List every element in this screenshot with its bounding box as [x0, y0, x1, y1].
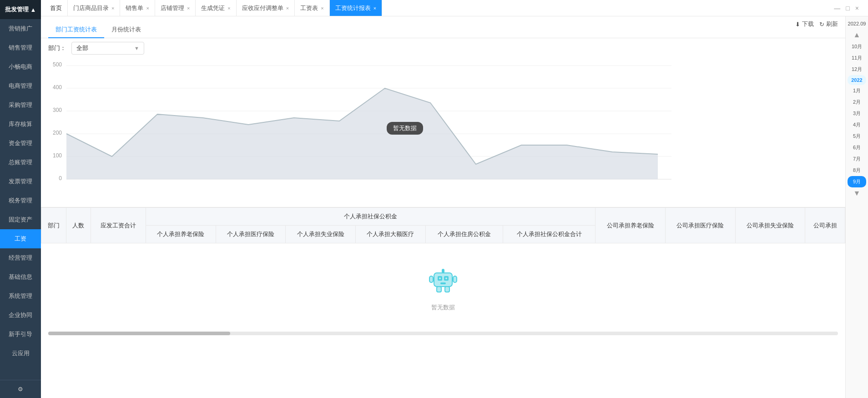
- filter-row: 部门： 全部 ▼: [41, 38, 845, 58]
- refresh-icon: ↻: [819, 21, 824, 28]
- close-button[interactable]: ×: [853, 5, 861, 12]
- sidebar-item-shuiwu[interactable]: 税务管理: [0, 191, 41, 210]
- toolbar: ⬇ 下载 ↻ 刷新: [788, 16, 845, 32]
- settings-icon: ⚙: [18, 386, 23, 393]
- empty-state: 暂无数据: [41, 243, 845, 330]
- chevron-down-icon: ▼: [134, 45, 139, 51]
- sub-tab-dept[interactable]: 部门工资统计表: [48, 22, 104, 38]
- download-icon: ⬇: [795, 21, 800, 28]
- sidebar-item-zijin[interactable]: 资金管理: [0, 134, 41, 153]
- sidebar-item-zongzhang[interactable]: 总账管理: [0, 153, 41, 172]
- svg-rect-20: [445, 287, 449, 292]
- timeline-down-button[interactable]: ▼: [852, 187, 863, 199]
- tab-mendian[interactable]: 门店商品目录 ×: [68, 0, 120, 16]
- col-personal-shiye: 个人承担失业保险: [286, 226, 356, 243]
- sidebar-item-gudingzichan[interactable]: 固定资产: [0, 210, 41, 229]
- h-scrollbar[interactable]: [48, 332, 838, 335]
- window-controls: — □ ×: [828, 5, 864, 12]
- page-content: 部门工资统计表 月份统计表 ⬇ 下载 ↻ 刷新: [41, 16, 845, 398]
- download-button[interactable]: ⬇ 下载: [795, 20, 814, 28]
- timeline-may[interactable]: 5月: [846, 131, 868, 142]
- sidebar-toggle-icon: ▲: [30, 6, 36, 13]
- empty-text: 暂无数据: [431, 303, 455, 312]
- content-area: 部门工资统计表 月份统计表 ⬇ 下载 ↻ 刷新: [41, 16, 868, 398]
- tab-dianpu[interactable]: 店铺管理 ×: [155, 0, 196, 16]
- sidebar-item-dianshang[interactable]: 电商管理: [0, 76, 41, 96]
- svg-text:300: 300: [53, 107, 62, 113]
- tab-close-mendian[interactable]: ×: [111, 5, 114, 11]
- settings-button[interactable]: ⚙: [0, 380, 41, 398]
- sidebar-item-yingxiao[interactable]: 营销推广: [0, 19, 41, 38]
- chart-area: 500 400 300 200 100 0: [41, 58, 845, 203]
- sidebar-item-caigou[interactable]: 采购管理: [0, 96, 41, 115]
- sidebar-item-xiaochang[interactable]: 小畅电商: [0, 57, 41, 76]
- sidebar-item-kucun[interactable]: 库存核算: [0, 115, 41, 134]
- timeline-nov[interactable]: 11月: [846, 52, 868, 64]
- h-scrollbar-thumb[interactable]: [48, 332, 230, 335]
- maximize-button[interactable]: □: [844, 5, 851, 12]
- sub-tab-month[interactable]: 月份统计表: [104, 22, 148, 38]
- timeline-jul[interactable]: 7月: [846, 153, 868, 165]
- col-personal-dae: 个人承担大额医疗: [356, 226, 426, 243]
- sidebar-item-jichu[interactable]: 基础信息: [0, 267, 41, 287]
- tab-close-dianpu[interactable]: ×: [187, 5, 190, 11]
- sidebar-title: 批发管理: [5, 5, 29, 14]
- sidebar-item-fapiao[interactable]: 发票管理: [0, 172, 41, 191]
- tab-close-shengcheng[interactable]: ×: [227, 5, 230, 11]
- timeline-mar[interactable]: 3月: [846, 108, 868, 119]
- sidebar-header[interactable]: 批发管理 ▲: [0, 0, 41, 19]
- timeline-2022[interactable]: 2022: [848, 75, 866, 85]
- tab-gongzibiao[interactable]: 工资表 ×: [295, 0, 329, 16]
- svg-rect-19: [437, 287, 441, 292]
- svg-rect-18: [453, 276, 457, 282]
- sidebar-item-gongzi[interactable]: 工资: [0, 229, 41, 248]
- svg-text:0: 0: [59, 175, 62, 181]
- sidebar-item-jingying[interactable]: 经营管理: [0, 248, 41, 267]
- sidebar: 批发管理 ▲ 营销推广 销售管理 小畅电商 电商管理 采购管理 库存核算 资金管…: [0, 0, 41, 398]
- minimize-button[interactable]: —: [832, 5, 842, 12]
- tab-close-yingshoufufu[interactable]: ×: [286, 5, 289, 11]
- timeline-jun[interactable]: 6月: [846, 142, 868, 153]
- col-yingfa: 应发工资合计: [91, 208, 146, 243]
- timeline-aug[interactable]: 8月: [846, 165, 868, 176]
- timeline-apr[interactable]: 4月: [846, 119, 868, 131]
- tab-yingshoufufu[interactable]: 应收应付调整单 ×: [237, 0, 295, 16]
- svg-rect-12: [434, 273, 452, 287]
- sub-tabs: 部门工资统计表 月份统计表: [41, 16, 156, 38]
- timeline-panel: 2022.09 ▲ 10月 11月 12月 2022 1月 2月 3月 4月 5…: [845, 16, 868, 398]
- sidebar-item-xinshou[interactable]: 新手引导: [0, 325, 41, 344]
- timeline-up-button[interactable]: ▲: [852, 29, 863, 41]
- timeline-feb[interactable]: 2月: [846, 96, 868, 108]
- svg-text:200: 200: [53, 130, 62, 136]
- refresh-button[interactable]: ↻ 刷新: [819, 20, 838, 28]
- timeline-dec[interactable]: 12月: [846, 64, 868, 75]
- main-area: 首页 门店商品目录 × 销售单 × 店铺管理 × 生成凭证 × 应收应付调整单 …: [41, 0, 868, 398]
- table-empty-row: 暂无数据: [41, 243, 845, 330]
- svg-rect-15: [440, 282, 446, 284]
- chart-svg: 500 400 300 200 100 0: [48, 62, 676, 198]
- dept-select[interactable]: 全部 ▼: [71, 42, 144, 55]
- tab-close-gongzitongji[interactable]: ×: [373, 5, 376, 11]
- tab-home[interactable]: 首页: [45, 0, 68, 16]
- tab-gongzitongji[interactable]: 工资统计报表 ×: [330, 0, 382, 16]
- tab-xiaoshoudan[interactable]: 销售单 ×: [120, 0, 155, 16]
- timeline-jan[interactable]: 1月: [846, 85, 868, 96]
- col-group-personal: 个人承担社保公积金: [146, 208, 595, 226]
- col-personal-yanglao: 个人承担养老保险: [146, 226, 216, 243]
- sidebar-item-xitong[interactable]: 系统管理: [0, 287, 41, 306]
- chart-tooltip: 暂无数据: [387, 122, 423, 135]
- dept-filter-label: 部门：: [48, 44, 66, 52]
- sidebar-item-qiye[interactable]: 企业协同: [0, 306, 41, 325]
- col-company-yiliao: 公司承担医疗保险: [665, 208, 735, 243]
- sidebar-item-yunyingyong[interactable]: 云应用: [0, 344, 41, 363]
- col-company-other: 公司承担: [805, 208, 845, 243]
- tab-shengcheng[interactable]: 生成凭证 ×: [196, 0, 236, 16]
- tab-close-gongzibiao[interactable]: ×: [321, 5, 323, 11]
- timeline-oct[interactable]: 10月: [846, 41, 868, 52]
- sidebar-item-xiaoshou[interactable]: 销售管理: [0, 38, 41, 57]
- tab-bar: 首页 门店商品目录 × 销售单 × 店铺管理 × 生成凭证 × 应收应付调整单 …: [41, 0, 868, 16]
- timeline-year-label: 2022.09: [846, 18, 868, 29]
- col-dept: 部门: [41, 208, 66, 243]
- timeline-sep[interactable]: 9月: [848, 176, 866, 187]
- tab-close-xiaoshoudan[interactable]: ×: [146, 5, 149, 11]
